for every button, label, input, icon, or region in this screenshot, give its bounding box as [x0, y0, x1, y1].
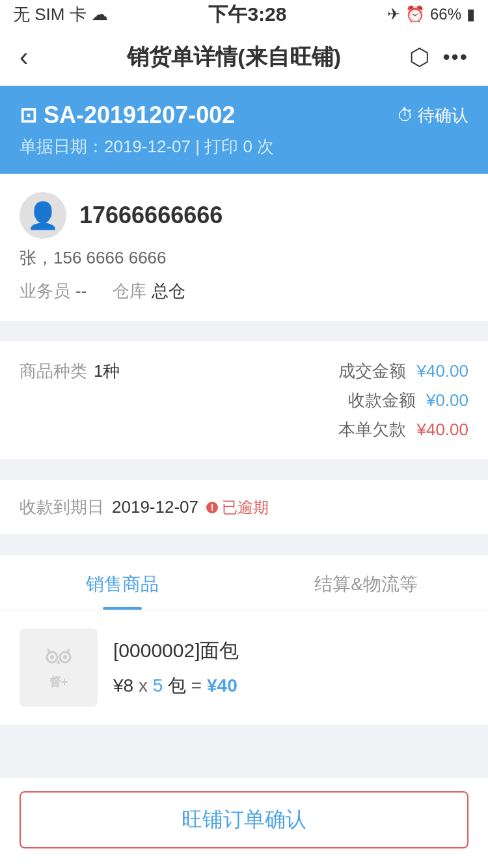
tabs-container: 销售商品 结算&物流等 — [0, 555, 488, 610]
sim-status: 无 SIM 卡 ☁ — [13, 3, 108, 26]
tab-settlement[interactable]: 结算&物流等 — [244, 555, 488, 610]
received-label: 收款金额 — [348, 389, 416, 412]
salesperson-label: 业务员 — [20, 280, 70, 303]
due-date-card: 收款到期日 2019-12-07 ! 已逾期 — [0, 480, 488, 534]
tab-sales-label: 销售商品 — [86, 574, 159, 594]
battery-icon: ▮ — [467, 5, 475, 23]
price-multiply: x — [139, 675, 153, 696]
customer-phone: 17666666666 — [79, 202, 223, 229]
brand-text: 督+ — [49, 674, 68, 690]
product-types-value: 1种 — [94, 360, 120, 383]
share-icon[interactable]: ⬡ — [409, 44, 429, 71]
status-left: 无 SIM 卡 ☁ — [13, 3, 108, 26]
product-section: 督+ [0000002]面包 ¥8 x 5 包 = ¥40 — [0, 610, 488, 725]
summary-grid: 商品种类 1种 成交金额 ¥40.00 收款金额 ¥0.00 本单欠款 ¥40.… — [20, 360, 468, 441]
summary-right: 成交金额 ¥40.00 收款金额 ¥0.00 本单欠款 ¥40.00 — [338, 360, 468, 441]
status-badge: ⏱ 待确认 — [397, 104, 468, 127]
received-row: 收款金额 ¥0.00 — [348, 389, 468, 412]
tab-sales-product[interactable]: 销售商品 — [0, 555, 244, 610]
back-button[interactable]: ‹ — [20, 42, 59, 72]
price-equals: = — [191, 675, 207, 696]
tab-settlement-label: 结算&物流等 — [314, 574, 418, 594]
battery-level: 66% — [430, 5, 461, 23]
price-quantity: 5 — [153, 675, 163, 696]
overdue-icon: ! — [206, 502, 218, 513]
svg-point-2 — [50, 655, 54, 659]
transaction-row: 成交金额 ¥40.00 — [338, 360, 468, 383]
balance-label: 本单欠款 — [338, 418, 406, 441]
product-thumbnail: 督+ — [20, 629, 98, 707]
balance-row: 本单欠款 ¥40.00 — [338, 418, 468, 441]
customer-card: 👤 17666666666 张，156 6666 6666 业务员 -- 仓库 … — [0, 174, 488, 321]
summary-left: 商品种类 1种 — [20, 360, 120, 383]
overdue-badge: ! 已逾期 — [206, 497, 269, 518]
thumb-content: 督+ — [39, 645, 78, 690]
price-unit-text: 包 — [168, 675, 186, 696]
status-right: ✈ ⏰ 66% ▮ — [387, 5, 475, 23]
warehouse-label: 仓库 — [113, 280, 146, 303]
summary-card: 商品种类 1种 成交金额 ¥40.00 收款金额 ¥0.00 本单欠款 ¥40.… — [0, 342, 488, 459]
order-id-text: SA-20191207-002 — [44, 102, 235, 129]
avatar: 👤 — [20, 192, 66, 239]
overdue-text: 已逾期 — [222, 497, 269, 518]
svg-point-3 — [63, 655, 67, 659]
product-name: [0000002]面包 — [113, 638, 468, 664]
avatar-icon: 👤 — [27, 200, 59, 231]
customer-meta: 业务员 -- 仓库 总仓 — [20, 280, 468, 303]
header-date: 单据日期：2019-12-07 | 打印 0 次 — [20, 135, 468, 158]
product-types-item: 商品种类 1种 — [20, 360, 120, 383]
due-date-value: 2019-12-07 — [112, 497, 198, 517]
warehouse-value: 总仓 — [152, 280, 185, 303]
divider-1 — [0, 331, 488, 342]
clock-icon: ⏱ — [397, 105, 414, 126]
confirm-button[interactable]: 旺铺订单确认 — [20, 791, 468, 848]
order-icon: ⊡ — [20, 103, 37, 128]
status-time: 下午3:28 — [208, 1, 286, 28]
salesperson-value: -- — [75, 281, 87, 301]
order-id: ⊡ SA-20191207-002 — [20, 102, 235, 129]
product-types-label: 商品种类 — [20, 360, 87, 383]
price-total: ¥40 — [207, 675, 237, 696]
owl-logo-icon — [39, 645, 78, 671]
bottom-area: 旺铺订单确认 — [0, 778, 488, 868]
balance-value: ¥40.00 — [416, 420, 468, 440]
divider-2 — [0, 470, 488, 480]
nav-bar: ‹ 销货单详情(来自旺铺) ⬡ ••• — [0, 29, 488, 86]
divider-3 — [0, 545, 488, 555]
nav-actions: ⬡ ••• — [409, 44, 468, 71]
product-info: [0000002]面包 ¥8 x 5 包 = ¥40 — [113, 638, 468, 698]
status-text: 待确认 — [418, 104, 468, 127]
product-item: 督+ [0000002]面包 ¥8 x 5 包 = ¥40 — [0, 610, 488, 725]
more-icon[interactable]: ••• — [442, 45, 468, 69]
customer-row: 👤 17666666666 — [20, 192, 468, 239]
due-label: 收款到期日 — [20, 496, 104, 519]
customer-name: 张，156 6666 6666 — [20, 247, 468, 269]
salesperson-item: 业务员 -- — [20, 280, 87, 303]
header-card: ⊡ SA-20191207-002 ⏱ 待确认 单据日期：2019-12-07 … — [0, 86, 488, 174]
status-bar: 无 SIM 卡 ☁ 下午3:28 ✈ ⏰ 66% ▮ — [0, 0, 488, 29]
received-value: ¥0.00 — [426, 390, 468, 411]
alarm-icon: ⏰ — [405, 5, 425, 23]
header-card-top: ⊡ SA-20191207-002 ⏱ 待确认 — [20, 102, 468, 129]
location-icon: ✈ — [387, 5, 400, 23]
transaction-label: 成交金额 — [338, 360, 406, 383]
warehouse-item: 仓库 总仓 — [113, 280, 185, 303]
price-unit: ¥8 — [113, 675, 133, 696]
product-price-row: ¥8 x 5 包 = ¥40 — [113, 673, 468, 698]
transaction-value: ¥40.00 — [416, 361, 468, 381]
page-title: 销货单详情(来自旺铺) — [59, 42, 409, 72]
